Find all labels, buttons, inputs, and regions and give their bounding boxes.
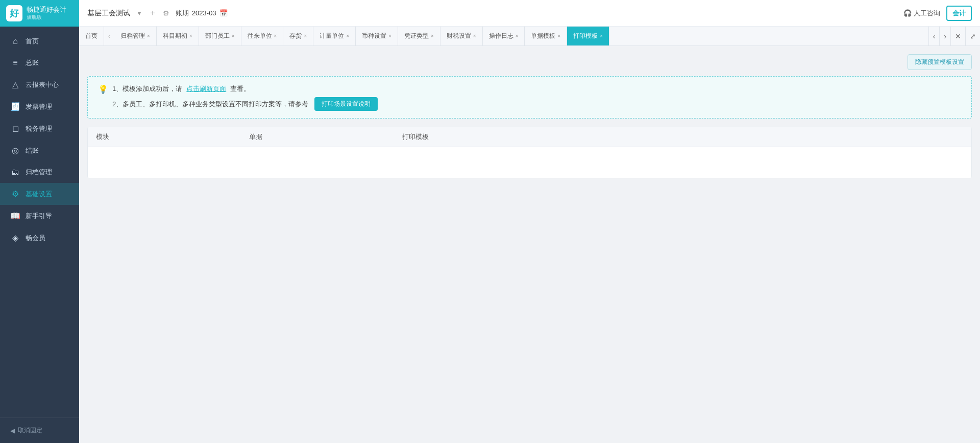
tab-operation-log-close[interactable]: × <box>516 33 519 39</box>
data-table: 模块 单据 打印模板 <box>87 127 972 178</box>
logo-text-block: 畅捷通好会计 旗舰版 <box>27 6 66 21</box>
sidebar-item-checkout-label: 结账 <box>26 146 39 155</box>
tab-subject[interactable]: 科目期初 × <box>157 27 199 45</box>
settings-gear-icon[interactable]: ⚙ <box>163 9 169 17</box>
tab-archive-close[interactable]: × <box>147 33 150 39</box>
period-label: 账期 <box>176 9 189 18</box>
company-dropdown-icon[interactable]: ▼ <box>136 10 142 17</box>
tab-archive-label: 归档管理 <box>120 32 145 40</box>
archive-icon: 🗂 <box>10 168 20 177</box>
topbar: 基层工会测试 ▼ ＋ ⚙ 账期 2023-03 📅 🎧 人工咨询 会计 <box>79 0 980 27</box>
sidebar-item-member[interactable]: ◈ 畅会员 <box>0 227 79 249</box>
sidebar-item-guide[interactable]: 📖 新手引导 <box>0 205 79 227</box>
print-scene-button[interactable]: 打印场景设置说明 <box>314 97 378 111</box>
sidebar-item-home-label: 首页 <box>26 37 39 46</box>
table-body <box>88 147 971 178</box>
info-line1-prefix: 1、模板添加成功后，请 <box>112 84 182 94</box>
reports-icon: △ <box>10 80 20 89</box>
sidebar-item-home[interactable]: ⌂ 首页 <box>0 31 79 52</box>
tab-tax-settings[interactable]: 财税设置 × <box>440 27 483 45</box>
tab-home-label: 首页 <box>85 32 97 40</box>
tab-counterparty-close[interactable]: × <box>274 33 277 39</box>
nav-prev-icon[interactable]: ‹ <box>104 33 114 40</box>
sidebar-item-tax-label: 税务管理 <box>26 124 52 133</box>
tab-currency-close[interactable]: × <box>388 33 391 39</box>
kuaiji-label: 会计 <box>952 9 966 17</box>
kuaiji-button[interactable]: 会计 <box>946 6 972 21</box>
tab-print-template-close[interactable]: × <box>600 33 603 39</box>
info-row-2: 2、多员工、多打印机、多种业务类型设置不同打印方案等，请参考 打印场景设置说明 <box>98 97 961 111</box>
guide-icon: 📖 <box>10 211 20 221</box>
home-icon: ⌂ <box>10 37 20 46</box>
tabs-bar: 首页 ‹ 归档管理 × 科目期初 × 部门员工 × 往来单位 × 存货 × 计量… <box>79 27 980 46</box>
tab-unit-label: 计量单位 <box>320 32 344 40</box>
hide-template-button[interactable]: 隐藏预置模板设置 <box>908 54 972 70</box>
tab-inventory[interactable]: 存货 × <box>283 27 313 45</box>
sidebar-item-settings[interactable]: ⚙ 基础设置 <box>0 183 79 205</box>
tab-expand[interactable]: ⤢ <box>965 27 980 46</box>
settings-icon: ⚙ <box>10 189 20 199</box>
sidebar-item-archive[interactable]: 🗂 归档管理 <box>0 161 79 183</box>
member-icon: ◈ <box>10 233 20 243</box>
sidebar-item-ledger[interactable]: ≡ 总账 <box>0 52 79 74</box>
service-button[interactable]: 🎧 人工咨询 <box>903 9 940 18</box>
tab-counterparty-label: 往来单位 <box>248 32 272 40</box>
tab-counterparty[interactable]: 往来单位 × <box>241 27 284 45</box>
tab-voucher-type[interactable]: 凭证类型 × <box>398 27 440 45</box>
logo-icon: 好 <box>6 5 22 21</box>
tab-department-close[interactable]: × <box>232 33 235 39</box>
sidebar-item-checkout[interactable]: ◎ 结账 <box>0 139 79 161</box>
tab-tax-settings-close[interactable]: × <box>473 33 476 39</box>
sidebar-item-member-label: 畅会员 <box>26 234 45 243</box>
tab-receipt-template-close[interactable]: × <box>557 33 560 39</box>
sidebar-item-reports[interactable]: △ 云报表中心 <box>0 74 79 96</box>
tab-department-label: 部门员工 <box>205 32 230 40</box>
tab-receipt-template[interactable]: 单据模板 × <box>525 27 567 45</box>
tab-unit[interactable]: 计量单位 × <box>313 27 356 45</box>
tab-voucher-type-label: 凭证类型 <box>404 32 429 40</box>
tab-inventory-close[interactable]: × <box>304 33 307 39</box>
tab-scroll-right[interactable]: › <box>939 27 950 46</box>
sidebar-item-invoice[interactable]: 🧾 发票管理 <box>0 96 79 118</box>
checkout-icon: ◎ <box>10 146 20 155</box>
tab-inventory-label: 存货 <box>289 32 302 40</box>
refresh-page-link[interactable]: 点击刷新页面 <box>186 84 226 94</box>
content-area: 隐藏预置模板设置 💡 1、模板添加成功后，请 点击刷新页面 查看。 2、多员工、… <box>79 46 980 443</box>
tab-receipt-template-label: 单据模板 <box>531 32 555 40</box>
period-info: 账期 2023-03 📅 <box>176 9 228 18</box>
sidebar-item-archive-label: 归档管理 <box>26 168 52 177</box>
unpin-label: 取消固定 <box>18 426 42 435</box>
tabs-controls: ‹ › ✕ ⤢ <box>928 27 980 46</box>
tab-operation-log[interactable]: 操作日志 × <box>483 27 525 45</box>
tab-archive[interactable]: 归档管理 × <box>114 27 157 45</box>
tab-unit-close[interactable]: × <box>346 33 349 39</box>
tab-voucher-type-close[interactable]: × <box>431 33 434 39</box>
table-header: 模块 单据 打印模板 <box>88 127 971 147</box>
sidebar-item-ledger-label: 总账 <box>26 58 39 67</box>
info-row-1: 💡 1、模板添加成功后，请 点击刷新页面 查看。 <box>98 84 961 94</box>
tab-close-current[interactable]: ✕ <box>950 27 965 46</box>
ledger-icon: ≡ <box>10 58 20 67</box>
tab-department[interactable]: 部门员工 × <box>199 27 241 45</box>
col-receipt: 单据 <box>241 127 394 147</box>
tab-operation-log-label: 操作日志 <box>489 32 513 40</box>
tab-subject-label: 科目期初 <box>163 32 187 40</box>
sidebar-item-reports-label: 云报表中心 <box>26 80 59 89</box>
tab-currency[interactable]: 币种设置 × <box>356 27 398 45</box>
sidebar-item-tax[interactable]: ◻ 税务管理 <box>0 118 79 139</box>
calendar-icon[interactable]: 📅 <box>219 9 228 17</box>
tab-print-template[interactable]: 打印模板 × <box>567 27 609 45</box>
invoice-icon: 🧾 <box>10 102 20 111</box>
bulb-icon: 💡 <box>98 84 108 94</box>
sidebar-footer[interactable]: ◀ 取消固定 <box>0 417 79 443</box>
sidebar-item-invoice-label: 发票管理 <box>26 102 52 111</box>
unpin-icon: ◀ <box>10 427 15 434</box>
col-print-template: 打印模板 <box>394 127 971 147</box>
add-tab-button[interactable]: ＋ <box>149 8 157 18</box>
hide-template-section: 隐藏预置模板设置 <box>87 54 972 70</box>
topbar-right: 🎧 人工咨询 会计 <box>903 6 972 21</box>
tab-scroll-left[interactable]: ‹ <box>928 27 940 46</box>
tab-home[interactable]: 首页 <box>79 27 104 45</box>
sidebar-item-guide-label: 新手引导 <box>26 212 52 221</box>
tab-subject-close[interactable]: × <box>189 33 192 39</box>
